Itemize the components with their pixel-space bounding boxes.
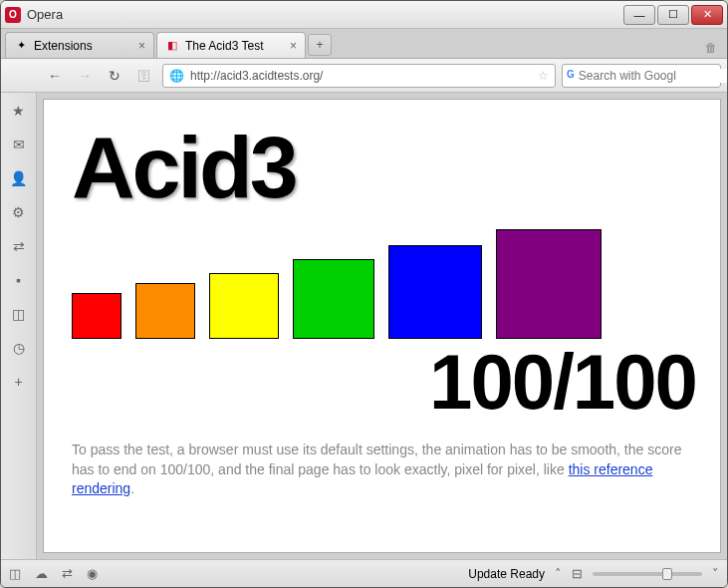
- acid3-title: Acid3: [72, 124, 696, 211]
- content-wrapper: Acid3 100/100 To pass the test, a browse…: [37, 93, 727, 559]
- zoom-slider[interactable]: [593, 572, 702, 576]
- search-input[interactable]: [579, 69, 728, 83]
- tab-acid3[interactable]: ◧ The Acid3 Test ×: [156, 32, 306, 58]
- tab-close-icon[interactable]: ×: [138, 39, 145, 53]
- chevron-down-icon[interactable]: ˅: [712, 566, 719, 581]
- tab-strip: ✦ Extensions × ◧ The Acid3 Test × + 🗑: [1, 29, 727, 59]
- window-icon[interactable]: ◫: [9, 304, 29, 324]
- box-orange: [135, 283, 195, 339]
- window-title: Opera: [27, 7, 621, 22]
- mail-icon[interactable]: ✉: [9, 135, 29, 154]
- window-controls: — ☐ ✕: [621, 5, 723, 25]
- camera-icon[interactable]: ◉: [87, 566, 98, 581]
- globe-icon: 🌐: [169, 69, 184, 83]
- share-icon[interactable]: ⇄: [9, 236, 29, 256]
- tab-label: The Acid3 Test: [185, 39, 264, 53]
- tab-extensions[interactable]: ✦ Extensions ×: [5, 32, 154, 58]
- search-box[interactable]: G: [562, 64, 721, 88]
- gear-icon[interactable]: ⚙: [9, 202, 29, 222]
- sync-icon[interactable]: ⇄: [62, 566, 73, 581]
- zoom-thumb[interactable]: [662, 568, 672, 580]
- url-input[interactable]: [190, 69, 532, 83]
- opera-logo-icon: O: [5, 7, 21, 23]
- box-green: [293, 259, 374, 339]
- status-bar: ◫ ☁ ⇄ ◉ Update Ready ˄ ⊟ ˅: [1, 559, 727, 587]
- reload-button[interactable]: ↻: [103, 64, 126, 88]
- new-tab-button[interactable]: +: [308, 34, 332, 56]
- forward-button[interactable]: →: [73, 64, 97, 88]
- main-area: ★ ✉ 👤 ⚙ ⇄ ▪ ◫ ◷ + Acid3 100/100: [1, 93, 727, 559]
- bookmark-star-icon[interactable]: ☆: [538, 69, 549, 83]
- fit-width-icon[interactable]: ⊟: [572, 566, 583, 581]
- key-icon[interactable]: ⚿: [132, 64, 156, 88]
- note-icon[interactable]: ▪: [9, 270, 29, 290]
- acid3-score: 100/100: [72, 343, 696, 421]
- side-panel: ★ ✉ 👤 ⚙ ⇄ ▪ ◫ ◷ +: [1, 93, 37, 559]
- box-purple: [496, 229, 602, 339]
- tab-close-icon[interactable]: ×: [290, 39, 297, 53]
- history-icon[interactable]: ◷: [9, 338, 29, 358]
- maximize-button[interactable]: ☐: [657, 5, 689, 25]
- chevron-up-icon[interactable]: ˄: [555, 566, 562, 581]
- tab-label: Extensions: [34, 39, 93, 53]
- acid3-description: To pass the test, a browser must use its…: [72, 441, 696, 499]
- trash-icon[interactable]: 🗑: [705, 41, 723, 55]
- desc-text-post: .: [130, 480, 134, 496]
- color-boxes: [72, 229, 696, 339]
- puzzle-icon: ✦: [14, 39, 28, 53]
- page-icon: ◧: [165, 39, 179, 53]
- cloud-icon[interactable]: ☁: [35, 566, 48, 581]
- panel-toggle-icon[interactable]: ◫: [9, 566, 21, 581]
- page-viewport: Acid3 100/100 To pass the test, a browse…: [43, 99, 721, 553]
- google-icon: G: [567, 69, 575, 83]
- navigation-bar: ← → ↻ ⚿ 🌐 ☆ G: [1, 59, 727, 93]
- opera-window: O Opera — ☐ ✕ ✦ Extensions × ◧ The Acid3…: [0, 0, 728, 588]
- back-button[interactable]: ←: [43, 64, 67, 88]
- status-right: Update Ready ˄ ⊟ ˅: [468, 566, 719, 581]
- box-red: [72, 293, 121, 339]
- box-yellow: [209, 273, 279, 339]
- address-bar[interactable]: 🌐 ☆: [162, 64, 556, 88]
- update-ready-text: Update Ready: [468, 567, 545, 581]
- box-blue: [388, 245, 482, 339]
- titlebar: O Opera — ☐ ✕: [1, 1, 727, 29]
- minimize-button[interactable]: —: [623, 5, 655, 25]
- user-icon[interactable]: 👤: [9, 168, 29, 188]
- close-button[interactable]: ✕: [691, 5, 723, 25]
- star-icon[interactable]: ★: [9, 101, 29, 121]
- add-panel-icon[interactable]: +: [9, 372, 29, 392]
